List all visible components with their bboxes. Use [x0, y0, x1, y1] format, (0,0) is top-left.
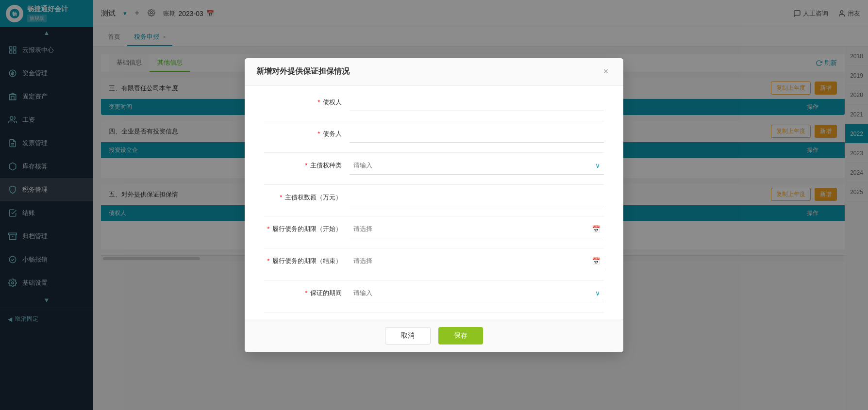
guarantee-method-input[interactable] [350, 316, 591, 319]
claim-type-select-wrap: ∨ [350, 157, 604, 175]
form-row-guarantee-period: * 保证的期间 ∨ [264, 284, 604, 302]
form-row-debtor: * 债务人 [264, 125, 604, 143]
form-row-start-date: * 履行债务的期限（开始） 📅 [264, 220, 604, 238]
guarantee-method-wrap: ∨ [350, 316, 604, 319]
claim-amount-input[interactable] [350, 189, 604, 206]
claim-type-dropdown-icon[interactable]: ∨ [591, 162, 604, 169]
guarantee-period-input[interactable] [350, 284, 591, 302]
save-button[interactable]: 保存 [438, 327, 483, 344]
modal-header: 新增对外提供保证担保情况 × [245, 58, 623, 86]
debtor-input[interactable] [350, 125, 604, 143]
cancel-button[interactable]: 取消 [385, 327, 431, 344]
end-date-calendar-icon[interactable]: 📅 [588, 257, 604, 265]
modal-close-button[interactable]: × [600, 66, 612, 78]
form-row-claim-amount: * 主债权数额（万元） [264, 189, 604, 206]
modal-dialog: 新增对外提供保证担保情况 × * 债权人 * 债务人 [245, 58, 623, 352]
start-date-input[interactable] [350, 220, 588, 238]
guarantee-period-wrap: ∨ [350, 284, 604, 302]
creditor-input[interactable] [350, 94, 604, 111]
end-date-wrap: 📅 [350, 252, 604, 270]
form-row-claim-type: * 主债权种类 ∨ [264, 157, 604, 175]
modal-title: 新增对外提供保证担保情况 [256, 66, 350, 77]
modal-body: * 债权人 * 债务人 * 主债权种类 [245, 86, 623, 319]
start-date-wrap: 📅 [350, 220, 604, 238]
form-row-end-date: * 履行债务的期限（结束） 📅 [264, 252, 604, 270]
guarantee-period-dropdown-icon[interactable]: ∨ [591, 289, 604, 297]
modal-footer: 取消 保存 [245, 319, 623, 352]
form-row-creditor: * 债权人 [264, 94, 604, 111]
end-date-input[interactable] [350, 252, 588, 270]
start-date-calendar-icon[interactable]: 📅 [588, 225, 604, 233]
claim-type-input[interactable] [350, 157, 591, 174]
modal-overlay: 新增对外提供保证担保情况 × * 债权人 * 债务人 [0, 0, 868, 410]
